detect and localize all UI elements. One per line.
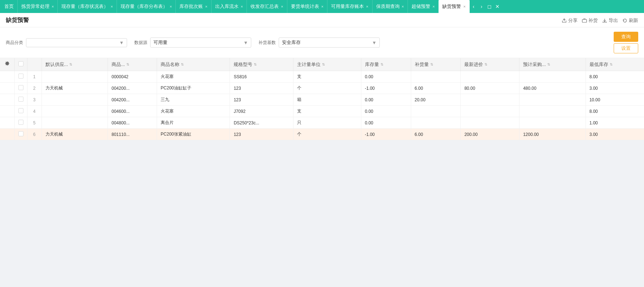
table-row[interactable]: 5 004800... 离合片 DS250*23c... 只 0.00 1.00 — [0, 117, 644, 129]
supplement-filter-group: 补货基数 安全库存 ▼ — [258, 37, 380, 48]
row-min-stock: 8.00 — [586, 71, 644, 83]
page-header: 缺货预警 分享 补货 导出 刷新 — [0, 13, 644, 27]
row-spec: J7092 — [230, 106, 293, 117]
tab-overstock[interactable]: 超储预警 × — [408, 0, 439, 13]
tab-requisition[interactable]: 要货单统计表 × — [287, 0, 327, 13]
th-num — [27, 58, 42, 71]
tab-next-btn[interactable]: › — [478, 0, 486, 13]
export-button[interactable]: 导出 — [602, 17, 618, 24]
th-supplier[interactable]: 默认供应... ⇅ — [42, 58, 108, 71]
th-unit[interactable]: 主计量单位 ⇅ — [293, 58, 361, 71]
tab-inout[interactable]: 出入库流水 × — [212, 0, 247, 13]
row-spec: DS250*23c... — [230, 117, 293, 129]
supplement-select[interactable]: 安全库存 ▼ — [279, 37, 380, 48]
category-arrow-icon: ▼ — [119, 40, 124, 45]
tab-picking[interactable]: 拣货异常处理 × — [18, 0, 58, 13]
th-estimated[interactable]: 预计采购... ⇅ — [519, 58, 586, 71]
share-button[interactable]: 分享 — [562, 17, 578, 24]
select-all-checkbox[interactable] — [18, 61, 23, 66]
row-unit: 个 — [293, 129, 361, 140]
row-supplement-qty: 6.00 — [411, 129, 461, 140]
table-row[interactable]: 6 力天机械 801110... PC200张紧油缸 123 个 -1.00 6… — [0, 129, 644, 140]
close-tab-expiry[interactable]: × — [402, 4, 404, 9]
th-spec[interactable]: 规格型号 ⇅ — [230, 58, 293, 71]
row-supplement-qty — [411, 106, 461, 117]
row-supplement-qty — [411, 71, 461, 83]
row-goods-code: 0000042 — [108, 71, 157, 83]
row-goods-name: PC200油缸缸子 — [157, 83, 230, 94]
tab-expiry[interactable]: 保质期查询 × — [373, 0, 408, 13]
category-select[interactable]: ▼ — [26, 38, 127, 47]
row-settings-cell — [0, 129, 14, 140]
column-settings-icon[interactable] — [4, 61, 10, 67]
row-stock: 0.00 — [361, 106, 411, 117]
tab-home[interactable]: 首页 — [1, 0, 18, 13]
row-checkbox-cell — [14, 117, 27, 129]
table-header-row: 默认供应... ⇅ 商品... ⇅ 商品名称 ⇅ — [0, 58, 644, 71]
datasource-value: 可用量 — [153, 39, 167, 46]
row-checkbox[interactable] — [18, 74, 23, 79]
row-unit: 支 — [293, 71, 361, 83]
row-min-stock: 3.00 — [586, 129, 644, 140]
row-unit: 个 — [293, 83, 361, 94]
tab-stock-dist[interactable]: 现存量（库存分布表） × — [117, 0, 176, 13]
row-checkbox-cell — [14, 129, 27, 140]
row-supplement-qty — [411, 117, 461, 129]
th-latest-price[interactable]: 最新进价 ⇅ — [461, 58, 519, 71]
close-tab-summary[interactable]: × — [281, 4, 283, 9]
tab-summary[interactable]: 收发存汇总表 × — [247, 0, 287, 13]
row-checkbox[interactable] — [18, 97, 23, 102]
row-supplier — [42, 117, 108, 129]
tab-available[interactable]: 可用量库存账本 × — [327, 0, 372, 13]
table-row[interactable]: 1 0000042 火花塞 SS816 支 0.00 8.00 — [0, 71, 644, 83]
row-min-stock: 8.00 — [586, 106, 644, 117]
close-tab-shortage[interactable]: × — [463, 4, 465, 9]
th-stock[interactable]: 库存量 ⇅ — [361, 58, 411, 71]
th-supplement-qty[interactable]: 补货量 ⇅ — [411, 58, 461, 71]
datasource-select[interactable]: 可用量 ▼ — [150, 37, 251, 48]
page-title: 缺货预警 — [6, 17, 29, 24]
table-body: 1 0000042 火花塞 SS816 支 0.00 8.00 2 力天机械 0… — [0, 71, 644, 140]
row-unit: 支 — [293, 106, 361, 117]
close-tab-available[interactable]: × — [366, 4, 368, 9]
row-estimated-purchase — [519, 106, 586, 117]
settings-button[interactable]: 设置 — [614, 43, 638, 53]
row-min-stock: 10.00 — [586, 94, 644, 106]
close-tab-inout[interactable]: × — [241, 4, 243, 9]
close-tab-batch[interactable]: × — [205, 4, 207, 9]
query-button[interactable]: 查询 — [614, 32, 638, 42]
row-unit: 只 — [293, 117, 361, 129]
tab-close-all-btn[interactable]: ✕ — [493, 0, 501, 13]
close-tab-stock-dist[interactable]: × — [170, 4, 172, 9]
close-tab-stock-status[interactable]: × — [110, 4, 113, 9]
row-num: 2 — [27, 83, 42, 94]
close-tab-requisition[interactable]: × — [321, 4, 323, 9]
row-checkbox[interactable] — [18, 131, 23, 136]
table-row[interactable]: 2 力天机械 004200... PC200油缸缸子 123 个 -1.00 6… — [0, 83, 644, 94]
row-goods-code: 801110... — [108, 129, 157, 140]
close-tab-overstock[interactable]: × — [432, 4, 435, 9]
row-checkbox[interactable] — [18, 85, 23, 90]
refresh-button[interactable]: 刷新 — [622, 17, 638, 24]
header-actions: 分享 补货 导出 刷新 — [562, 17, 638, 24]
row-checkbox[interactable] — [18, 120, 23, 125]
th-goods-code[interactable]: 商品... ⇅ — [108, 58, 157, 71]
tab-stock-status[interactable]: 现存量（库存状况表） × — [58, 0, 117, 13]
row-checkbox[interactable] — [18, 108, 23, 113]
tab-restore-btn[interactable]: ◻ — [486, 0, 493, 13]
row-goods-code: 004600... — [108, 106, 157, 117]
th-goods-name[interactable]: 商品名称 ⇅ — [157, 58, 230, 71]
th-min-stock[interactable]: 最低库存 ⇅ — [586, 58, 644, 71]
export-icon — [602, 18, 607, 23]
row-goods-code: 004800... — [108, 117, 157, 129]
tab-shortage[interactable]: 缺货预警 × — [439, 0, 469, 13]
supplement-button[interactable]: 补货 — [582, 17, 598, 24]
table-row[interactable]: 3 004200... 三九 123 箱 0.00 20.00 10.00 — [0, 94, 644, 106]
tab-prev-btn[interactable]: ‹ — [470, 0, 478, 13]
filter-bar: 商品分类 ▼ 数据源 可用量 ▼ 补货基数 安全库存 ▼ 查询 设置 — [0, 27, 644, 58]
close-tab-picking[interactable]: × — [52, 4, 54, 9]
row-goods-code: 004200... — [108, 94, 157, 106]
table-row[interactable]: 4 004600... 火花塞 J7092 支 0.00 8.00 — [0, 106, 644, 117]
tab-batch[interactable]: 库存批次账 × — [176, 0, 211, 13]
row-latest-price — [461, 117, 519, 129]
